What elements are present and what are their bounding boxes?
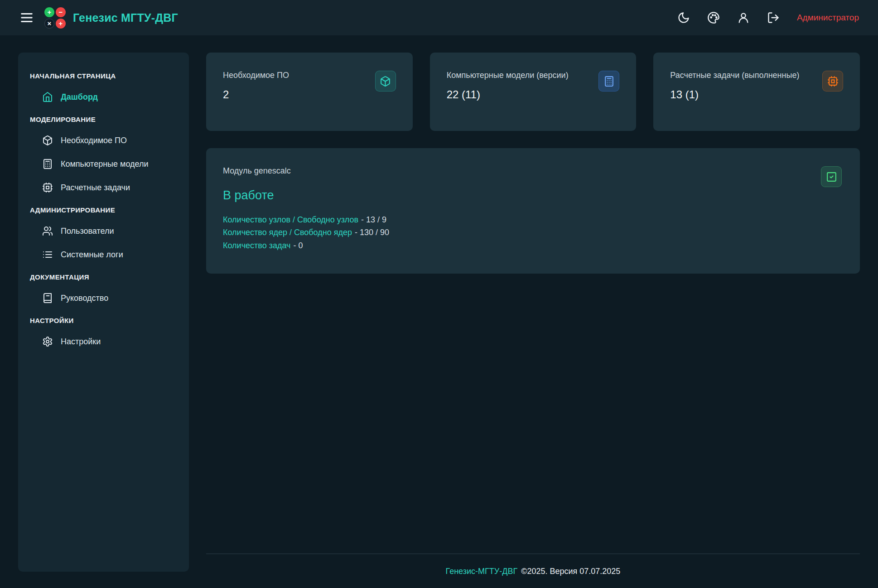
user-profile-icon[interactable] xyxy=(737,11,750,24)
stat-card-required-software: Необходимое ПО 2 xyxy=(206,53,413,131)
sidebar-section-modeling: МОДЕЛИРОВАНИЕ xyxy=(18,109,189,129)
sidebar-item-system-logs[interactable]: Системные логи xyxy=(18,243,189,266)
check-square-icon xyxy=(821,166,842,187)
users-icon xyxy=(42,226,53,236)
sidebar-section-settings: НАСТРОЙКИ xyxy=(18,310,189,330)
sidebar-item-users[interactable]: Пользователи xyxy=(18,219,189,243)
sidebar-item-label: Настройки xyxy=(61,337,101,347)
list-icon xyxy=(42,249,53,260)
stat-label: Необходимое ПО xyxy=(223,71,289,80)
cpu-icon xyxy=(822,71,843,92)
sidebar-item-label: Системные логи xyxy=(61,250,123,260)
sidebar-item-manual[interactable]: Руководство xyxy=(18,286,189,310)
logo-minus-icon: − xyxy=(56,7,66,17)
theme-palette-icon[interactable] xyxy=(707,11,720,24)
metric-label: Количество ядер / Свободно ядер xyxy=(223,228,352,237)
sidebar-item-dashboard[interactable]: Дашборд xyxy=(18,85,189,109)
calculator-icon xyxy=(42,159,53,169)
calculator-icon xyxy=(598,71,619,92)
metric-nodes: Количество узлов / Свободно узлов- 13 / … xyxy=(223,213,843,226)
stat-value: 13 (1) xyxy=(670,88,799,101)
metric-value: - 13 / 9 xyxy=(361,215,386,224)
home-icon xyxy=(42,92,53,102)
logo-multiply-icon: × xyxy=(44,19,54,29)
cube-icon xyxy=(375,71,396,92)
sidebar-item-label: Дашборд xyxy=(61,92,98,102)
sidebar-item-calculation-tasks[interactable]: Расчетные задачи xyxy=(18,176,189,199)
sidebar-item-label: Пользователи xyxy=(61,227,114,236)
logout-icon[interactable] xyxy=(767,11,780,24)
stat-card-computer-models: Компьютерные модели (версии) 22 (11) xyxy=(430,53,637,131)
package-icon xyxy=(42,135,53,146)
metric-value: - 0 xyxy=(293,241,303,250)
stats-row: Необходимое ПО 2 Компьютерные модели (ве… xyxy=(206,53,860,131)
page-layout: НАЧАЛЬНАЯ СТРАНИЦА Дашборд МОДЕЛИРОВАНИЕ… xyxy=(0,35,878,588)
stat-value: 2 xyxy=(223,88,289,101)
sidebar: НАЧАЛЬНАЯ СТРАНИЦА Дашборд МОДЕЛИРОВАНИЕ… xyxy=(18,53,189,572)
logo-plus2-icon: + xyxy=(56,19,66,29)
sidebar-item-computer-models[interactable]: Компьютерные модели xyxy=(18,152,189,176)
sidebar-section-home: НАЧАЛЬНАЯ СТРАНИЦА xyxy=(18,65,189,85)
dark-mode-toggle-icon[interactable] xyxy=(677,11,690,24)
menu-icon[interactable] xyxy=(19,10,34,25)
sidebar-item-label: Компьютерные модели xyxy=(61,159,149,169)
header-actions: Администратор xyxy=(677,11,859,24)
sidebar-item-settings[interactable]: Настройки xyxy=(18,330,189,353)
gear-icon xyxy=(42,336,53,347)
stat-card-calculation-tasks: Расчетные задачи (выполненные) 13 (1) xyxy=(653,53,860,131)
module-title: Модуль genescalc xyxy=(223,166,843,176)
module-status: В работе xyxy=(223,188,843,202)
main-content: Необходимое ПО 2 Компьютерные модели (ве… xyxy=(206,53,860,588)
top-bar: +−×+ Генезис МГТУ-ДВГ Администратор xyxy=(0,0,878,35)
sidebar-item-label: Расчетные задачи xyxy=(61,183,130,193)
metric-label: Количество задач xyxy=(223,241,290,250)
user-role-label: Администратор xyxy=(797,13,859,23)
metric-tasks: Количество задач- 0 xyxy=(223,239,843,252)
sidebar-section-documentation: ДОКУМЕНТАЦИЯ xyxy=(18,266,189,286)
sidebar-item-label: Руководство xyxy=(61,294,108,303)
app-title: Генезис МГТУ-ДВГ xyxy=(73,11,178,24)
logo-plus-icon: + xyxy=(44,7,54,17)
module-metrics: Количество узлов / Свободно узлов- 13 / … xyxy=(223,213,843,252)
sidebar-item-required-software[interactable]: Необходимое ПО xyxy=(18,129,189,152)
stat-label: Расчетные задачи (выполненные) xyxy=(670,71,799,80)
sidebar-item-label: Необходимое ПО xyxy=(61,136,127,145)
cpu-icon xyxy=(42,182,53,193)
stat-value: 22 (11) xyxy=(447,88,569,101)
metric-label: Количество узлов / Свободно узлов xyxy=(223,215,358,224)
metric-value: - 130 / 90 xyxy=(355,228,389,237)
footer-brand: Генезис-МГТУ-ДВГ xyxy=(446,567,518,576)
app-logo: +−×+ xyxy=(44,7,66,29)
metric-cores: Количество ядер / Свободно ядер- 130 / 9… xyxy=(223,226,843,239)
book-icon xyxy=(42,293,53,304)
module-genescalc-card: Модуль genescalc В работе Количество узл… xyxy=(206,148,860,274)
sidebar-section-administration: АДМИНИСТРИРОВАНИЕ xyxy=(18,199,189,219)
footer: Генезис-МГТУ-ДВГ©2025. Версия 07.07.2025 xyxy=(206,554,860,588)
stat-label: Компьютерные модели (версии) xyxy=(447,71,569,80)
footer-copyright: ©2025. Версия 07.07.2025 xyxy=(521,567,620,576)
